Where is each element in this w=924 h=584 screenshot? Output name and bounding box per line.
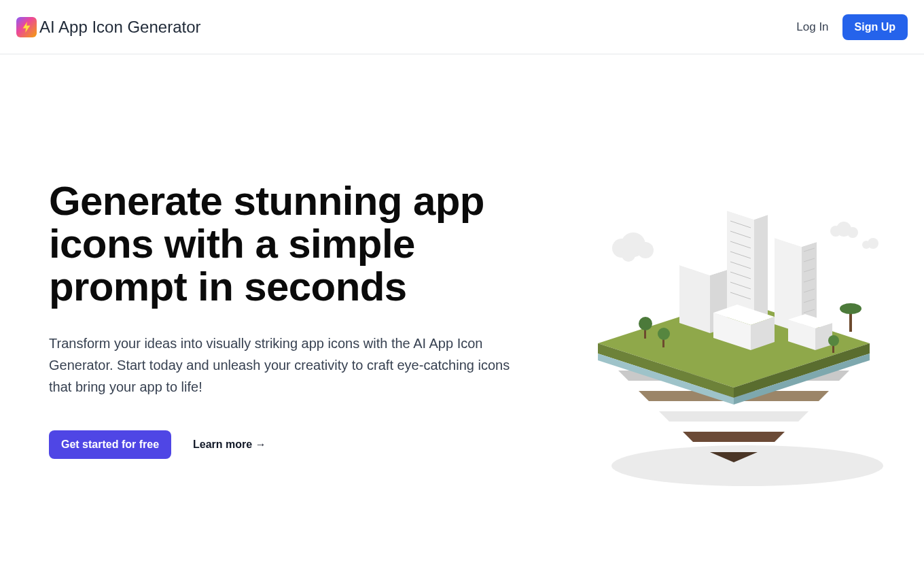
- svg-point-46: [840, 303, 861, 314]
- svg-point-51: [637, 242, 654, 258]
- brand-title: AI App Icon Generator: [39, 18, 200, 37]
- auth-buttons: Log In Sign Up: [796, 14, 908, 40]
- app-logo-icon: [16, 17, 37, 37]
- cta-row: Get started for free Learn more →: [49, 430, 538, 459]
- svg-marker-22: [679, 265, 710, 333]
- hero-illustration: [557, 143, 910, 496]
- hero-title: Generate stunning app icons with a simpl…: [49, 179, 538, 308]
- login-link[interactable]: Log In: [796, 20, 828, 34]
- header: AI App Icon Generator Log In Sign Up: [0, 0, 924, 54]
- svg-point-0: [611, 445, 883, 486]
- svg-marker-12: [754, 215, 768, 320]
- svg-marker-2: [683, 432, 785, 442]
- brand[interactable]: AI App Icon Generator: [16, 17, 200, 37]
- svg-point-55: [847, 227, 858, 238]
- svg-point-42: [639, 317, 652, 330]
- signup-button[interactable]: Sign Up: [842, 14, 908, 40]
- buildings: [679, 206, 832, 350]
- svg-marker-3: [659, 411, 808, 422]
- hero-section: Generate stunning app icons with a simpl…: [0, 54, 924, 584]
- svg-point-48: [828, 335, 839, 346]
- isometric-city-icon: [557, 143, 910, 496]
- hero-content: Generate stunning app icons with a simpl…: [49, 179, 538, 459]
- svg-point-44: [658, 328, 670, 340]
- svg-point-57: [868, 238, 878, 249]
- svg-point-52: [622, 248, 635, 262]
- get-started-button[interactable]: Get started for free: [49, 430, 171, 459]
- learn-more-link[interactable]: Learn more →: [193, 439, 266, 451]
- hero-subtitle: Transform your ideas into visually strik…: [49, 332, 511, 398]
- svg-rect-45: [849, 313, 852, 332]
